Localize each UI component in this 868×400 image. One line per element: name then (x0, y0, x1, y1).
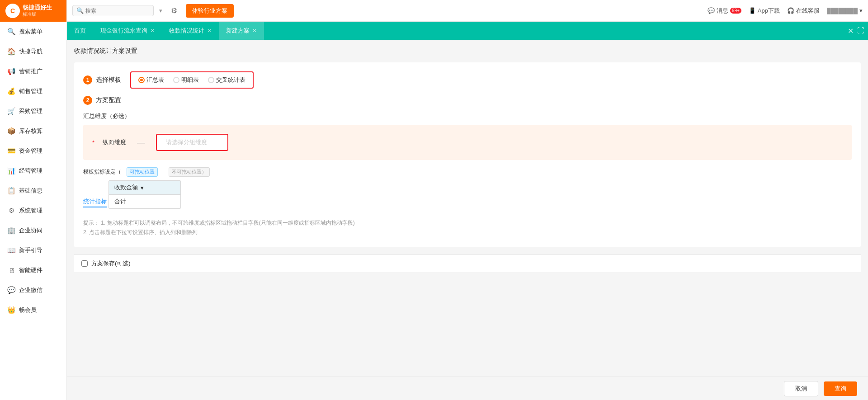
sidebar-item-base[interactable]: 📋 基础信息 (0, 181, 66, 201)
page-title: 收款情况统计方案设置 (74, 47, 861, 55)
sidebar-item-nav[interactable]: 🏠 快捷导航 (0, 42, 66, 61)
sidebar-item-label: 经营管理 (19, 167, 42, 175)
sidebar-item-hardware[interactable]: 🖥 智能硬件 (0, 260, 66, 280)
system-icon: ⚙ (7, 207, 15, 215)
radio-cross-circle (208, 77, 214, 83)
purchase-icon: 🛒 (7, 107, 15, 115)
summary-dim-title: 汇总维度（必选） (83, 112, 852, 120)
step2-row: 2 方案配置 (83, 96, 852, 105)
sidebar-item-wechat[interactable]: 💬 企业微信 (0, 280, 66, 300)
sidebar-item-member[interactable]: 👑 畅会员 (0, 300, 66, 320)
tab-receipts[interactable]: 收款情况统计 ✕ (162, 22, 219, 40)
sidebar-item-finance[interactable]: 💳 资金管理 (0, 141, 66, 161)
sidebar-item-label: 销售管理 (19, 87, 42, 95)
radio-cross[interactable]: 交叉统计表 (208, 76, 245, 84)
radio-summary-label: 汇总表 (146, 76, 164, 84)
sidebar-item-label: 畅会员 (19, 306, 37, 314)
search-menu-icon: 🔍 (7, 28, 15, 36)
metrics-header: 模板指标设定（ 可拖动位置 不可拖动位置） (83, 167, 852, 177)
user-menu[interactable]: ████████ ▾ (827, 7, 863, 14)
settings-card: 1 选择模板 汇总表 明细表 交叉统计表 (74, 62, 861, 247)
sidebar-item-management[interactable]: 📊 经营管理 (0, 161, 66, 181)
hardware-icon: 🖥 (7, 266, 15, 274)
chevron-down-icon: ▾ (859, 7, 863, 14)
sidebar-item-label: 营销推广 (19, 67, 42, 75)
sidebar-item-search[interactable]: 🔍 搜索菜单 (0, 22, 66, 42)
top-header: 🔍 ▾ ⚙ 体验行业方案 💬 消息 99+ 📱 App下载 🎧 在线客服 ███… (67, 0, 868, 22)
tab-receipts-label: 收款情况统计 (169, 27, 204, 35)
cancel-button[interactable]: 取消 (784, 381, 818, 396)
trial-button[interactable]: 体验行业方案 (186, 4, 234, 18)
tab-cashflow[interactable]: 现金银行流水查询 ✕ (93, 22, 162, 40)
sidebar-item-enterprise[interactable]: 🏢 企业协同 (0, 221, 66, 240)
radio-detail-label: 明细表 (181, 76, 199, 84)
radio-detail-circle (173, 77, 179, 83)
tab-new-plan-label: 新建方案 (226, 27, 250, 35)
window-close-icon[interactable]: ✕ (848, 27, 854, 35)
tab-new-plan[interactable]: 新建方案 ✕ (219, 22, 264, 40)
metrics-section: 模板指标设定（ 可拖动位置 不可拖动位置） 统计指标 收款金额 ▾ 合计 (83, 167, 852, 210)
message-button[interactable]: 💬 消息 99+ (708, 7, 741, 15)
sidebar-item-marketing[interactable]: 📢 营销推广 (0, 61, 66, 81)
download-icon: 📱 (749, 7, 756, 14)
radio-cross-label: 交叉统计表 (216, 76, 245, 84)
metrics-setting-label: 模板指标设定（ (83, 168, 121, 176)
enterprise-icon: 🏢 (7, 226, 15, 235)
sidebar-item-inventory[interactable]: 📦 库存核算 (0, 121, 66, 141)
tab-home[interactable]: 首页 (67, 22, 93, 40)
query-button[interactable]: 查询 (824, 381, 857, 396)
logo-sub: 标准版 (23, 11, 52, 18)
tab-receipts-close[interactable]: ✕ (207, 28, 212, 34)
tab-cashflow-label: 现金银行流水查询 (100, 27, 147, 35)
tab-cashflow-close[interactable]: ✕ (150, 28, 155, 34)
tab-home-label: 首页 (74, 27, 86, 35)
stats-label: 统计指标 (83, 198, 107, 207)
tab-new-plan-close[interactable]: ✕ (252, 28, 257, 34)
sidebar-logo: C 畅捷通好生 标准版 (0, 0, 66, 22)
sidebar-item-sales[interactable]: 💰 销售管理 (0, 81, 66, 101)
metrics-col-header[interactable]: 收款金额 ▾ (109, 181, 180, 195)
sidebar-item-label: 企业协同 (19, 226, 42, 235)
sidebar-item-system[interactable]: ⚙ 系统管理 (0, 201, 66, 221)
metrics-table: 收款金额 ▾ 合计 (108, 180, 181, 209)
step2-label: 方案配置 (96, 96, 121, 104)
sidebar-item-guide[interactable]: 📖 新手引导 (0, 240, 66, 260)
vertical-dim-label: 纵向维度 (103, 138, 126, 146)
search-input[interactable] (85, 8, 149, 14)
download-button[interactable]: 📱 App下载 (749, 7, 780, 15)
logo-icon: C (5, 4, 20, 18)
tab-bar-actions: ✕ ⛶ (848, 27, 868, 35)
dim-select[interactable]: 请选择分组维度 (156, 134, 228, 151)
sidebar-item-label: 采购管理 (19, 107, 42, 115)
download-label: App下载 (758, 7, 780, 15)
sidebar-item-label: 搜索菜单 (19, 28, 42, 36)
save-checkbox[interactable] (81, 260, 88, 267)
inventory-icon: 📦 (7, 127, 15, 135)
home-icon: 🏠 (7, 47, 15, 56)
radio-summary-circle (138, 77, 145, 83)
col-header-text: 收款金额 (114, 184, 138, 192)
gear-button[interactable]: ⚙ (168, 5, 180, 17)
wechat-icon: 💬 (7, 286, 15, 294)
step1-row: 1 选择模板 汇总表 明细表 交叉统计表 (83, 71, 852, 89)
chevron-down-icon: ▾ (141, 184, 144, 191)
sidebar-item-purchase[interactable]: 🛒 采购管理 (0, 101, 66, 121)
member-icon: 👑 (7, 306, 15, 314)
sidebar: C 畅捷通好生 标准版 🔍 搜索菜单 🏠 快捷导航 📢 营销推广 💰 销售管理 … (0, 0, 67, 400)
draggable-badge: 可拖动位置 (127, 167, 158, 177)
sidebar-item-label: 新手引导 (19, 246, 42, 254)
service-button[interactable]: 🎧 在线客服 (787, 7, 820, 15)
page-footer: 方案保存(可选) (74, 254, 861, 272)
radio-summary[interactable]: 汇总表 (138, 76, 164, 84)
window-maximize-icon[interactable]: ⛶ (857, 27, 864, 35)
tip-1: 提示： 1. 拖动标题栏可以调整布局，不可跨维度或指标区域拖动栏目字段(只能在同… (83, 219, 852, 227)
metrics-col-row: 合计 (109, 195, 180, 208)
radio-detail[interactable]: 明细表 (173, 76, 199, 84)
tip-2: 2. 点击标题栏下拉可设置排序、插入列和删除列 (83, 229, 852, 236)
chevron-down-icon[interactable]: ▾ (159, 7, 162, 14)
search-box[interactable]: 🔍 (72, 5, 154, 16)
tab-bar: 首页 现金银行流水查询 ✕ 收款情况统计 ✕ 新建方案 ✕ ✕ ⛶ (67, 22, 868, 40)
user-name: ████████ (827, 8, 858, 14)
dim-area: * 纵向维度 — 请选择分组维度 (83, 125, 852, 160)
sales-icon: 💰 (7, 87, 15, 95)
